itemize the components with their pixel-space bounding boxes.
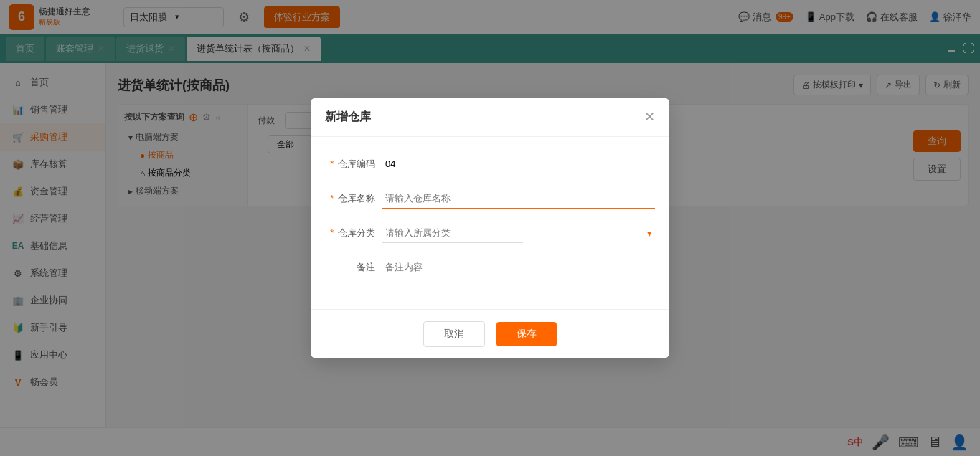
dialog-body: * 仓库编码 * 仓库名称 * 仓库分类: [311, 137, 669, 309]
category-input[interactable]: [382, 223, 523, 243]
name-input[interactable]: [382, 189, 655, 209]
code-label: * 仓库编码: [325, 158, 382, 171]
save-button[interactable]: 保存: [496, 322, 557, 346]
category-label: * 仓库分类: [325, 227, 382, 239]
dialog-header: 新增仓库 ✕: [311, 98, 669, 137]
remark-input[interactable]: [382, 257, 655, 277]
dialog-footer: 取消 保存: [311, 309, 669, 358]
category-dropdown-icon: ▾: [647, 228, 652, 239]
form-row-remark: 备注: [325, 257, 655, 277]
code-input[interactable]: [382, 154, 655, 174]
required-star-code: *: [330, 158, 334, 169]
cancel-button[interactable]: 取消: [423, 321, 485, 347]
form-row-code: * 仓库编码: [325, 154, 655, 174]
form-row-category: * 仓库分类 ▾: [325, 223, 655, 243]
modal-overlay: 新增仓库 ✕ * 仓库编码 * 仓库名称: [0, 0, 980, 456]
dialog-close-icon[interactable]: ✕: [644, 109, 655, 125]
remark-label: 备注: [325, 261, 382, 274]
category-select-wrapper: ▾: [382, 223, 655, 243]
required-star-name: *: [330, 193, 334, 204]
name-label: * 仓库名称: [325, 192, 382, 205]
dialog-title: 新增仓库: [325, 110, 371, 125]
form-row-name: * 仓库名称: [325, 189, 655, 209]
new-warehouse-dialog: 新增仓库 ✕ * 仓库编码 * 仓库名称: [311, 98, 669, 358]
required-star-category: *: [330, 227, 334, 238]
